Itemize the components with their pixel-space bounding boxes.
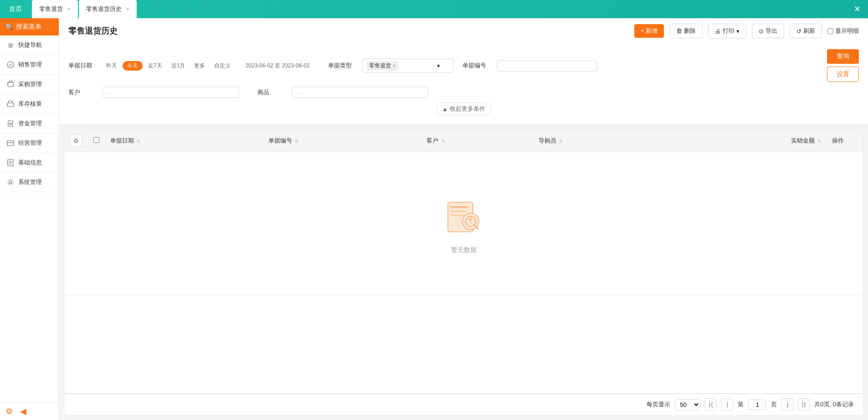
per-page-label: 每页显示 xyxy=(647,400,670,409)
page-first-button[interactable]: ⟨⟨ xyxy=(705,399,717,410)
export-button[interactable]: ⊙ 导出 xyxy=(752,24,784,38)
svg-rect-11 xyxy=(450,215,464,216)
sidebar-item-quick-nav[interactable]: ⊞ 快捷导航 xyxy=(0,36,59,55)
th-voucher-no-sort-icon: ⇅ xyxy=(295,138,298,143)
date-range-text: 2023-06-02 至 2023-06-02 xyxy=(245,62,309,70)
show-detail-checkbox-label[interactable]: 显示明细 xyxy=(827,27,859,35)
th-guide[interactable]: 导购员 ⇅ xyxy=(533,130,668,152)
sidebar-item-system-mgmt-label: 系统管理 xyxy=(18,178,42,186)
tab-retail-return-history-label: 零售退货历史 xyxy=(86,5,122,13)
sidebar-search-label: 搜索菜单 xyxy=(16,23,41,31)
page-last-button[interactable]: ⟩⟩ xyxy=(798,399,810,410)
query-button[interactable]: 查询 xyxy=(827,49,859,64)
audio-bottom-icon[interactable]: ◀ xyxy=(20,406,26,416)
refresh-button[interactable]: ↺ 刷新 xyxy=(790,24,822,38)
print-button[interactable]: 🖨 打印 ▾ xyxy=(708,24,746,38)
page-next-button[interactable]: ⟩ xyxy=(781,399,793,410)
sidebar-search[interactable]: 🔍 搜索菜单 xyxy=(0,18,59,36)
export-label: 导出 xyxy=(765,27,777,35)
customer-select[interactable]: … xyxy=(103,87,239,98)
page-title-row: 零售退货历史 + 新增 🗑 删除 🖨 打印 ▾ ⊙ 导出 ↺ xyxy=(68,24,859,38)
sidebar-item-operations[interactable]: 经营管理 xyxy=(0,133,59,153)
svg-point-0 xyxy=(7,61,14,68)
sidebar-item-sales-mgmt[interactable]: 销售管理 xyxy=(0,55,59,75)
table-settings-gear[interactable]: ⚙ xyxy=(70,134,82,147)
sidebar-item-base-info[interactable]: 基础信息 xyxy=(0,153,59,173)
svg-rect-1 xyxy=(8,82,13,87)
sidebar-item-inventory[interactable]: 库存核算 xyxy=(0,94,59,114)
content-area: 零售退货历史 + 新增 🗑 删除 🖨 打印 ▾ ⊙ 导出 ↺ xyxy=(59,18,868,420)
customer-placeholder: … xyxy=(107,89,113,96)
search-icon: 🔍 xyxy=(5,23,13,31)
goods-select[interactable]: … xyxy=(292,87,428,98)
sidebar-item-finance[interactable]: 资金管理 xyxy=(0,114,59,133)
sidebar-item-system-mgmt[interactable]: 系统管理 xyxy=(0,173,59,192)
th-checkbox xyxy=(88,130,105,152)
operations-icon xyxy=(6,139,15,147)
sidebar-item-purchase-mgmt[interactable]: 采购管理 xyxy=(0,75,59,94)
tab-home[interactable]: 首页 xyxy=(0,0,31,18)
th-actual-amount-sort-icon: ⇅ xyxy=(817,138,821,143)
empty-state: 暂无数据 xyxy=(70,157,858,291)
tab-retail-return-history[interactable]: 零售退货历史 × xyxy=(79,0,137,18)
refresh-label: 刷新 xyxy=(803,27,815,35)
voucher-type-tag-close[interactable]: × xyxy=(393,63,395,68)
date-btn-custom[interactable]: 自定义 xyxy=(211,61,234,71)
show-detail-checkbox[interactable] xyxy=(827,28,833,34)
th-settings: ⚙ xyxy=(64,130,88,152)
th-voucher-no[interactable]: 单据编号 ⇅ xyxy=(263,130,421,152)
refresh-icon: ↺ xyxy=(796,28,801,35)
th-actual-amount[interactable]: 实销金额 ⇅ xyxy=(668,130,827,152)
collapse-button[interactable]: ▲ 收起更多条件 xyxy=(436,102,491,115)
page-number-input[interactable] xyxy=(748,400,766,410)
table-header-row: ⚙ 单据日期 ⇅ 单据编号 ⇅ xyxy=(64,130,863,152)
new-button[interactable]: + 新增 xyxy=(634,24,664,38)
page-unit: 页 xyxy=(771,400,777,409)
tab-area: 首页 零售退货 × 零售退货历史 × xyxy=(0,0,847,18)
th-actions-label: 操作 xyxy=(832,137,844,144)
voucher-type-tag: 零售退货 × xyxy=(366,61,398,71)
tab-retail-return-history-close[interactable]: × xyxy=(126,6,129,12)
tab-retail-return-close[interactable]: × xyxy=(67,6,71,12)
date-btn-1month[interactable]: 近1月 xyxy=(168,61,189,71)
filter-area: 单据日期 昨天 今天 近7天 近1月 更多 自定义 2023-06-02 至 2… xyxy=(68,44,859,124)
sidebar-item-finance-label: 资金管理 xyxy=(18,119,42,128)
window-close-button[interactable]: ✕ xyxy=(847,4,868,14)
data-table: ⚙ 单据日期 ⇅ 单据编号 ⇅ xyxy=(64,130,863,296)
voucher-type-tag-text: 零售退货 xyxy=(369,62,391,70)
voucher-no-input[interactable] xyxy=(497,60,597,72)
th-actual-amount-label: 实销金额 xyxy=(791,137,815,144)
date-btn-yesterday[interactable]: 昨天 xyxy=(103,61,121,71)
system-icon xyxy=(6,178,15,186)
date-btn-7days[interactable]: 近7天 xyxy=(144,61,166,71)
print-chevron-icon: ▾ xyxy=(736,28,740,35)
sidebar-bottom: ⚙ ◀ xyxy=(0,402,59,420)
th-voucher-date-sort-icon: ⇅ xyxy=(137,138,140,143)
page-title: 零售退货历史 xyxy=(68,26,118,36)
per-page-select[interactable]: 10 20 50 100 xyxy=(675,399,700,410)
date-btn-today[interactable]: 今天 xyxy=(123,61,143,71)
goods-placeholder: … xyxy=(296,89,302,96)
sidebar-item-inventory-label: 库存核算 xyxy=(18,100,42,108)
page-prev-button[interactable]: ⟨ xyxy=(721,399,733,410)
empty-state-row: 暂无数据 xyxy=(64,152,863,296)
base-info-icon xyxy=(6,159,15,167)
tab-retail-return[interactable]: 零售退货 × xyxy=(32,0,78,18)
empty-state-text: 暂无数据 xyxy=(451,246,477,254)
delete-button[interactable]: 🗑 删除 xyxy=(669,24,703,38)
main-layout: 🔍 搜索菜单 ⊞ 快捷导航 销售管理 采购管理 库存核算 xyxy=(0,18,868,420)
filter-settings-button[interactable]: 设置 xyxy=(827,67,859,82)
th-customer[interactable]: 客户 ⇅ xyxy=(421,130,533,152)
customer-label: 客户 xyxy=(68,88,93,97)
th-voucher-date[interactable]: 单据日期 ⇅ xyxy=(105,130,263,152)
filter-row-2: 客户 … 商品 … xyxy=(68,87,859,98)
voucher-type-select[interactable]: 零售退货 × ▾ xyxy=(362,59,453,73)
filter-row-1: 单据日期 昨天 今天 近7天 近1月 更多 自定义 2023-06-02 至 2… xyxy=(68,49,859,82)
settings-bottom-icon[interactable]: ⚙ xyxy=(5,406,13,416)
goods-label: 商品 xyxy=(257,88,282,97)
svg-point-4 xyxy=(10,123,11,125)
select-all-checkbox[interactable] xyxy=(93,137,99,143)
th-guide-sort-icon: ⇅ xyxy=(559,138,563,143)
date-btn-more[interactable]: 更多 xyxy=(190,61,209,71)
page-text: 第 xyxy=(738,400,744,409)
